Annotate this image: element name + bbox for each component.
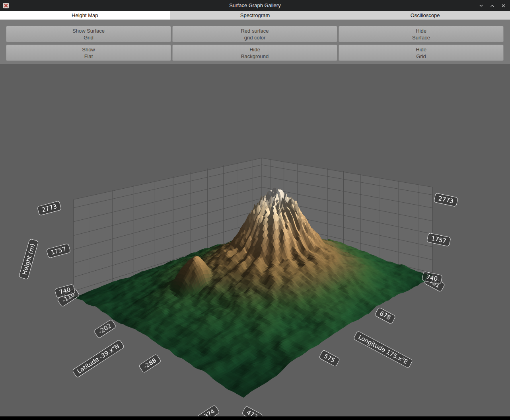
show-flat-button[interactable]: Show Flat (6, 45, 171, 61)
chevron-down-icon (479, 3, 484, 8)
button-label-line: grid color (173, 34, 337, 41)
maximize-button[interactable] (489, 3, 495, 8)
close-button[interactable] (500, 3, 506, 8)
button-label-line: Show (6, 46, 171, 53)
close-icon (501, 3, 506, 8)
titlebar[interactable]: Surface Graph Gallery (0, 0, 510, 11)
window-controls (478, 0, 506, 11)
surface-plot-area: 781 678 575 472 Longitude 175.x"E -116 -… (0, 64, 510, 416)
minimize-button[interactable] (478, 3, 484, 8)
hide-surface-button[interactable]: Hide Surface (339, 26, 504, 42)
hide-grid-button[interactable]: Hide Grid (339, 45, 504, 61)
button-label-line: Hide (173, 46, 337, 53)
show-surface-grid-button[interactable]: Show Surface Grid (6, 26, 171, 42)
tab-spectrogram[interactable]: Spectrogram (170, 11, 341, 20)
button-label-line: Flat (6, 53, 171, 60)
button-label-line: Hide (339, 46, 503, 53)
tab-bar: Height Map Spectrogram Oscilloscope (0, 11, 510, 20)
app-window: Surface Graph Gallery Height Map Spectro… (0, 0, 510, 416)
red-surface-grid-color-button[interactable]: Red surface grid color (172, 26, 337, 42)
button-label-line: Background (173, 53, 337, 60)
button-label-line: Red surface (173, 27, 337, 34)
button-label-line: Surface (339, 34, 503, 41)
toolbar: Show Surface Grid Red surface grid color… (0, 20, 510, 64)
button-label-line: Grid (6, 34, 171, 41)
tab-oscilloscope[interactable]: Oscilloscope (340, 11, 510, 20)
tab-height-map[interactable]: Height Map (0, 11, 170, 20)
button-label-line: Grid (339, 53, 503, 60)
chevron-up-icon (490, 3, 495, 8)
hide-background-button[interactable]: Hide Background (172, 45, 337, 61)
window-title: Surface Graph Gallery (0, 0, 510, 11)
button-label-line: Show Surface (6, 27, 171, 34)
button-label-line: Hide (339, 27, 503, 34)
